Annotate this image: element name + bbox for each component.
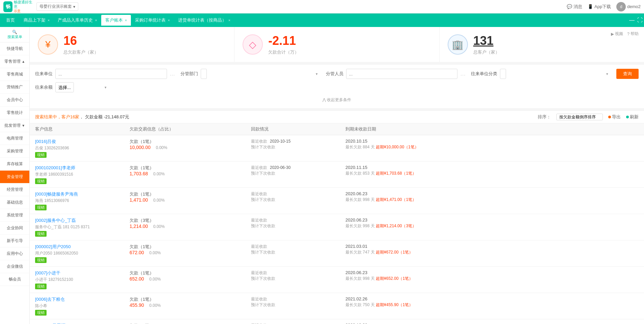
filter-category-select[interactable]: [500, 69, 506, 79]
filter-category-label: 往来单位分类: [471, 71, 497, 77]
overdue-link[interactable]: 超期¥10,000.00（1笔）: [376, 145, 419, 149]
sort-select[interactable]: 按欠款金额倒序排序: [556, 114, 603, 120]
tab-close-icon[interactable]: ×: [95, 18, 97, 22]
debt-amount[interactable]: 1,471.00: [130, 197, 148, 203]
customer-name-link[interactable]: [000001]黄思源: [35, 323, 130, 324]
refresh-btn[interactable]: 刷新: [626, 114, 639, 120]
debt-amount[interactable]: 1,214.00: [130, 224, 148, 229]
filter-dept-select[interactable]: [201, 69, 207, 79]
customer-name-link[interactable]: [0006]去下粮仓: [35, 296, 130, 302]
minimize-btn[interactable]: —: [629, 17, 635, 23]
sidebar-search[interactable]: 🔍 搜索菜单: [0, 27, 29, 42]
debt-amount[interactable]: 672.00: [130, 250, 144, 255]
sidebar-item-batch-mgmt[interactable]: 批发管理 ▼: [0, 119, 29, 132]
overdue-link[interactable]: 超期¥455.90（1笔）: [376, 302, 413, 307]
sidebar-item-new-guide[interactable]: 新手引导: [0, 235, 29, 247]
customer-name-link[interactable]: [000002]用户2050: [35, 244, 130, 250]
sort-label: 排序：: [538, 114, 551, 120]
overdue-link[interactable]: 超期¥1,214.00（3笔）: [376, 224, 416, 228]
customer-tag: 现销: [35, 257, 47, 263]
tab-customer-account[interactable]: 客户账本 ×: [101, 15, 131, 26]
tab-purchase-order-stats[interactable]: 采购订单统计表 ×: [131, 15, 174, 26]
customer-name-link[interactable]: [0016]吕俊: [35, 139, 130, 145]
debt-amount[interactable]: 1,703.68: [130, 171, 148, 176]
tab-home[interactable]: 首页: [1, 15, 20, 26]
tab-inbound-stats[interactable]: 进货单统计表（按商品） ×: [174, 15, 234, 26]
customer-cell: [000001]黄思源 黄思源 13552700226 现销: [35, 323, 130, 324]
help-btn[interactable]: ? 帮助: [627, 31, 639, 37]
user-avatar[interactable]: d demo2: [616, 2, 641, 11]
filter-person-input[interactable]: [346, 69, 458, 79]
sidebar-search-label[interactable]: 搜索菜单: [2, 34, 27, 39]
customer-name-link[interactable]: [0002]服务中心_丁磊: [35, 217, 130, 224]
export-btn[interactable]: 导出: [608, 114, 621, 120]
filter-dept-label: 分管部门: [180, 71, 198, 77]
tab-close-icon[interactable]: ×: [168, 18, 170, 22]
sidebar-item-retail-mgmt[interactable]: 零售管理 ▲: [0, 55, 29, 68]
debt-count: 欠款（1笔）: [130, 296, 251, 302]
filter-person: 分管人员 …: [326, 69, 466, 79]
message-btn[interactable]: 💬 消息: [567, 4, 582, 10]
app-download-btn[interactable]: 📱 App下载: [588, 4, 611, 10]
sidebar-item-ecommerce[interactable]: 电商管理: [0, 132, 29, 145]
table-header: 客户信息 欠款交易信息（占比） 回款情况 到期未收款日期: [30, 123, 644, 135]
category-select-wrapper: [500, 69, 611, 79]
customer-contact: 服务中心_丁磊 181 0125 8371: [35, 224, 130, 230]
overdue-days: 最长欠款 998 天 超期¥1,214.00（3笔）: [345, 223, 639, 229]
sidebar-item-basic-info[interactable]: 基础信息: [0, 196, 29, 209]
overdue-link[interactable]: 超期¥1,471.00（1笔）: [376, 197, 416, 202]
tab-close-icon[interactable]: ×: [125, 18, 127, 22]
customer-name-link[interactable]: [0001020001]李老师: [35, 165, 130, 171]
sidebar-item-retail-mall[interactable]: 零售商城: [0, 68, 29, 81]
table-row: [0002]服务中心_丁磊 服务中心_丁磊 181 0125 8371 现销 欠…: [30, 214, 644, 240]
person-dots[interactable]: …: [460, 71, 466, 77]
sidebar-item-retail-stats[interactable]: 零售统计: [0, 107, 29, 119]
tab-close-icon[interactable]: ×: [228, 18, 230, 22]
collapse-label: 收起更多条件: [327, 97, 351, 102]
debt-amount[interactable]: 10,000.00: [130, 145, 150, 150]
tab-label: 采购订单统计表: [135, 17, 166, 23]
overdue-cell: 2020.06.23 最长欠款 998 天 超期¥1,214.00（3笔）: [345, 217, 639, 229]
sidebar-item-marketing[interactable]: 营销推广: [0, 81, 29, 94]
debt-amount[interactable]: 652.00: [130, 276, 144, 282]
tab-product-shelf[interactable]: 商品上下架 ×: [20, 15, 54, 26]
maximize-btn[interactable]: ⛶: [637, 17, 643, 23]
sidebar-item-inventory[interactable]: 库存核算: [0, 158, 29, 171]
overdue-date: 2021.02.26: [345, 296, 639, 301]
overdue-link[interactable]: 超期¥652.00（1笔）: [376, 276, 413, 281]
stat-value-total-customers: 131: [473, 34, 500, 48]
debt-cell: 欠款（1笔） 1,703.68 0.00%: [130, 165, 251, 176]
video-btn[interactable]: ▶ 视频: [611, 31, 623, 37]
sidebar-item-system[interactable]: 系统管理: [0, 209, 29, 222]
filter-balance-select[interactable]: 选择...: [55, 82, 74, 92]
sidebar-item-capital[interactable]: 资金管理: [0, 171, 29, 183]
stat-icon-debt: ¥: [38, 34, 58, 55]
sidebar-item-purchase[interactable]: 采购管理: [0, 145, 29, 158]
balance-select-wrapper: 选择...: [55, 82, 109, 92]
debt-amount[interactable]: 455.90: [130, 302, 144, 308]
sidebar-item-operations[interactable]: 经营管理: [0, 183, 29, 196]
collapse-btn[interactable]: ⋀ 收起更多条件: [35, 96, 639, 104]
overdue-link[interactable]: 超期¥1,703.68（1笔）: [376, 171, 416, 176]
tab-product-history[interactable]: 产成品入库单历史 ×: [54, 15, 101, 26]
arrow-icon: ▼: [22, 124, 25, 127]
from-unit-dots[interactable]: …: [170, 71, 175, 77]
store-selector[interactable]: 母婴行业演示账套 ▾: [36, 2, 78, 11]
tab-close-icon[interactable]: ×: [48, 18, 50, 22]
sidebar-item-quick-nav[interactable]: 快捷导航: [0, 42, 29, 55]
filter-from-unit-input[interactable]: [55, 69, 167, 79]
overdue-link[interactable]: 超期¥672.00（1笔）: [376, 250, 413, 255]
customer-tag: 现销: [35, 231, 47, 237]
sidebar-item-enterprise-wx[interactable]: 企业微信: [0, 260, 29, 273]
overdue-date: 2020.06.23: [345, 217, 639, 223]
sidebar-item-vip[interactable]: 畅会员: [0, 273, 29, 286]
debt-cell: 欠款（1笔） 1,471.00 0.00%: [130, 191, 251, 203]
sidebar-item-app-center[interactable]: 应用中心: [0, 247, 29, 260]
overdue-days: 最长欠款 853 天 超期¥1,703.68（1笔）: [345, 171, 639, 176]
search-button[interactable]: 查询: [616, 69, 639, 79]
sidebar-item-enterprise[interactable]: 企业协同: [0, 222, 29, 235]
overdue-cell: 2020.06.23 最长欠款 998 天 超期¥1,471.00（1笔）: [345, 191, 639, 203]
sidebar-item-member[interactable]: 会员中心: [0, 94, 29, 107]
customer-name-link[interactable]: [0007]小进干: [35, 270, 130, 276]
customer-name-link[interactable]: [0003]畅捷服务尹海燕: [35, 191, 130, 197]
